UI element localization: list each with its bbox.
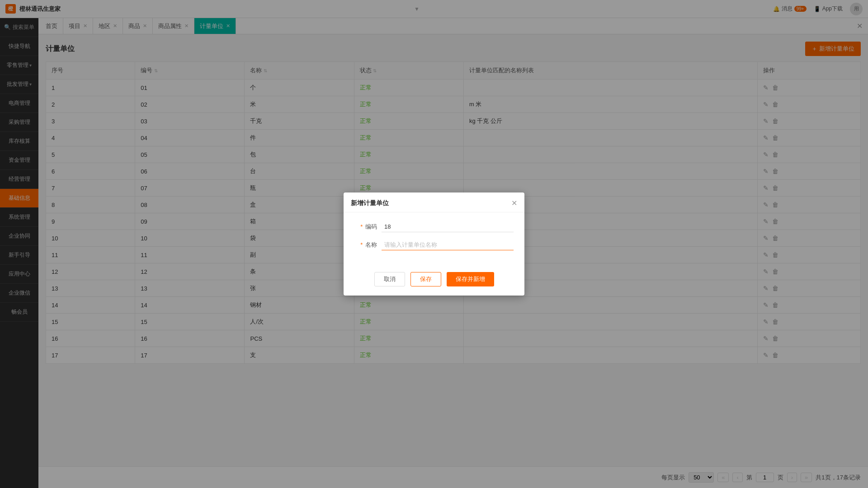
- name-label: * 名称: [354, 241, 377, 249]
- save-new-button[interactable]: 保存并新增: [447, 272, 494, 286]
- modal-title: 新增计量单位: [351, 199, 389, 207]
- modal-body: * 编码 * 名称: [344, 212, 524, 267]
- name-input[interactable]: [382, 239, 514, 250]
- form-row-name: * 名称: [354, 239, 514, 250]
- code-label: * 编码: [354, 223, 377, 231]
- cancel-button[interactable]: 取消: [374, 272, 405, 286]
- modal-overlay[interactable]: 新增计量单位 ✕ * 编码 * 名称 取消 保存 保存并新增: [0, 0, 868, 488]
- code-input[interactable]: [382, 221, 514, 232]
- required-star-code: *: [360, 223, 363, 230]
- required-star-name: *: [360, 241, 363, 248]
- form-row-code: * 编码: [354, 221, 514, 232]
- modal-add-unit: 新增计量单位 ✕ * 编码 * 名称 取消 保存 保存并新增: [344, 192, 524, 296]
- modal-close-button[interactable]: ✕: [511, 199, 517, 207]
- save-button[interactable]: 保存: [410, 272, 441, 286]
- name-label-text: 名称: [365, 241, 377, 248]
- code-label-text: 编码: [365, 223, 377, 230]
- modal-footer: 取消 保存 保存并新增: [344, 267, 524, 296]
- modal-header: 新增计量单位 ✕: [344, 192, 524, 212]
